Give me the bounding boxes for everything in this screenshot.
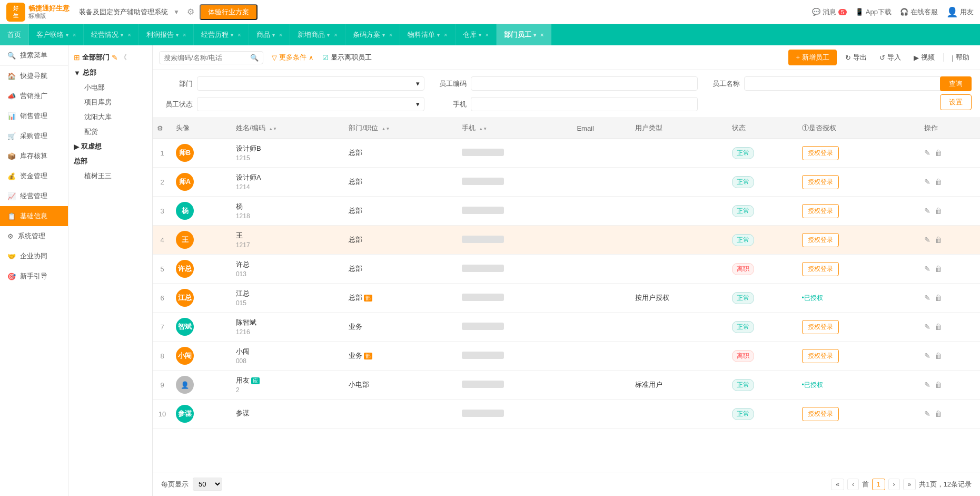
delete-icon[interactable]: 🗑 bbox=[935, 236, 942, 244]
delete-icon[interactable]: 🗑 bbox=[935, 381, 942, 389]
tab-history[interactable]: 经营历程▾× bbox=[194, 24, 249, 45]
phone-input[interactable] bbox=[471, 97, 698, 111]
export-button[interactable]: ↻ 导出 bbox=[841, 51, 871, 64]
app-download-button[interactable]: 📱 App下载 bbox=[855, 7, 892, 17]
sidebar-item-guide[interactable]: 🎯 新手引导 bbox=[0, 266, 68, 286]
close-icon[interactable]: × bbox=[183, 32, 186, 38]
tab-barcode[interactable]: 条码方案▾× bbox=[345, 24, 400, 45]
delete-icon[interactable]: 🗑 bbox=[935, 265, 942, 273]
prev-page-button[interactable]: ‹ bbox=[847, 479, 859, 490]
close-icon[interactable]: × bbox=[540, 32, 543, 38]
edit-icon[interactable]: ✎ bbox=[924, 352, 930, 360]
tree-node-peihuo[interactable]: 配货 bbox=[68, 124, 152, 139]
edit-icon[interactable]: ✎ bbox=[924, 236, 930, 244]
delete-icon[interactable]: 🗑 bbox=[935, 207, 942, 215]
edit-icon[interactable]: ✎ bbox=[924, 294, 930, 302]
tree-node-project[interactable]: 项目库房 bbox=[68, 95, 152, 110]
last-page-button[interactable]: » bbox=[903, 479, 916, 490]
employee-name-input[interactable] bbox=[744, 76, 972, 91]
sidebar-item-inventory[interactable]: 📦 库存核算 bbox=[0, 146, 68, 166]
col-phone[interactable]: 手机 ▲▼ bbox=[458, 118, 573, 139]
edit-icon[interactable]: ✎ bbox=[924, 178, 930, 186]
close-icon[interactable]: × bbox=[127, 32, 131, 38]
tab-profit[interactable]: 利润报告▾× bbox=[139, 24, 194, 45]
more-filter-button[interactable]: ▽ 更多条件 ∧ bbox=[268, 51, 318, 64]
query-button[interactable]: 查询 bbox=[940, 76, 972, 91]
tree-node-xiaodian[interactable]: 小电部 bbox=[68, 80, 152, 95]
edit-icon[interactable]: ✎ bbox=[924, 323, 930, 331]
status-select[interactable]: ▾ bbox=[197, 97, 424, 111]
close-icon[interactable]: × bbox=[73, 32, 76, 38]
tab-warehouse[interactable]: 仓库▾× bbox=[456, 24, 497, 45]
employee-code-input[interactable] bbox=[471, 76, 698, 91]
delete-icon[interactable]: 🗑 bbox=[935, 294, 942, 302]
tree-node-zongbu[interactable]: ▼ 总部 bbox=[68, 65, 152, 80]
auth-button[interactable]: 授权登录 bbox=[802, 262, 839, 276]
edit-icon[interactable]: ✎ bbox=[924, 410, 930, 418]
tab-customer[interactable]: 客户联络▾× bbox=[29, 24, 84, 45]
dropdown-arrow-icon[interactable]: ▼ bbox=[173, 8, 180, 16]
delete-icon[interactable]: 🗑 bbox=[935, 149, 942, 157]
col-settings[interactable]: ⚙ bbox=[153, 118, 172, 139]
show-resigned-checkbox[interactable]: ☑ 显示离职员工 bbox=[322, 53, 372, 62]
tree-node-plant[interactable]: 植树王三 bbox=[68, 169, 152, 183]
sidebar-item-mgmt[interactable]: 📈 经营管理 bbox=[0, 186, 68, 206]
auth-button[interactable]: 授权登录 bbox=[802, 175, 839, 189]
edit-icon[interactable]: ✎ bbox=[924, 149, 930, 157]
sidebar-item-purchase[interactable]: 🛒 采购管理 bbox=[0, 126, 68, 146]
close-icon[interactable]: × bbox=[486, 32, 489, 38]
user-menu[interactable]: 👤 用友 bbox=[946, 6, 974, 18]
collapse-icon[interactable]: 《 bbox=[120, 53, 127, 62]
auth-button[interactable]: 授权登录 bbox=[802, 349, 839, 363]
col-name[interactable]: 姓名/编码 ▲▼ bbox=[232, 118, 344, 139]
auth-button[interactable]: 授权登录 bbox=[802, 233, 839, 247]
auth-button[interactable]: 授权登录 bbox=[802, 320, 839, 334]
current-page[interactable]: 1 bbox=[872, 479, 885, 490]
message-button[interactable]: 💬 消息 5 bbox=[812, 7, 847, 17]
try-plan-button[interactable]: 体验行业方案 bbox=[200, 4, 258, 20]
auth-button[interactable]: 授权登录 bbox=[802, 146, 839, 160]
per-page-select[interactable]: 50 100 200 bbox=[193, 478, 222, 491]
tab-new-goods[interactable]: 新增商品▾× bbox=[290, 24, 345, 45]
sidebar-item-finance[interactable]: 💰 资金管理 bbox=[0, 166, 68, 186]
sidebar-item-quicknav[interactable]: 🏠 快捷导航 bbox=[0, 66, 68, 86]
sidebar-item-basic[interactable]: 📋 基础信息 bbox=[0, 206, 68, 226]
col-dept[interactable]: 部门/职位 ▲▼ bbox=[344, 118, 457, 139]
tab-home[interactable]: 首页 bbox=[0, 24, 29, 45]
close-icon[interactable]: × bbox=[334, 32, 337, 38]
delete-icon[interactable]: 🗑 bbox=[935, 410, 942, 418]
tab-employees[interactable]: 部门员工▾× bbox=[497, 24, 551, 45]
sidebar-item-collab[interactable]: 🤝 企业协同 bbox=[0, 246, 68, 266]
close-icon[interactable]: × bbox=[237, 32, 241, 38]
auth-button[interactable]: 授权登录 bbox=[802, 204, 839, 218]
edit-dept-icon[interactable]: ✎ bbox=[112, 53, 118, 62]
next-page-button[interactable]: › bbox=[888, 479, 900, 490]
tab-goods[interactable]: 商品▾× bbox=[249, 24, 290, 45]
delete-icon[interactable]: 🗑 bbox=[935, 323, 942, 331]
search-input[interactable] bbox=[164, 54, 248, 62]
edit-icon[interactable]: ✎ bbox=[924, 265, 930, 273]
import-button[interactable]: ↺ 导入 bbox=[875, 51, 905, 64]
sidebar-item-marketing[interactable]: 📣 营销推广 bbox=[0, 86, 68, 106]
close-icon[interactable]: × bbox=[279, 32, 282, 38]
sidebar-item-search[interactable]: 🔍 搜索菜单 bbox=[0, 45, 68, 66]
delete-icon[interactable]: 🗑 bbox=[935, 178, 942, 186]
tree-node-shenyang[interactable]: 沈阳大库 bbox=[68, 110, 152, 124]
tree-node-shuangxu[interactable]: ▶ 双虚想 bbox=[68, 139, 152, 154]
auth-button[interactable]: 授权登录 bbox=[802, 407, 839, 421]
tree-node-zongbu2[interactable]: 总部 bbox=[68, 154, 152, 169]
tab-bom[interactable]: 物料清单▾× bbox=[400, 24, 455, 45]
close-icon[interactable]: × bbox=[444, 32, 447, 38]
tab-operation[interactable]: 经营情况▾× bbox=[84, 24, 138, 45]
close-icon[interactable]: × bbox=[389, 32, 392, 38]
search-box[interactable]: 🔍 bbox=[159, 51, 263, 64]
first-page-button[interactable]: « bbox=[831, 479, 844, 490]
settings-icon[interactable]: ⚙ bbox=[157, 124, 163, 132]
add-employee-button[interactable]: + 新增员工 bbox=[788, 50, 836, 65]
edit-icon[interactable]: ✎ bbox=[924, 381, 930, 389]
sidebar-item-system[interactable]: ⚙ 系统管理 bbox=[0, 226, 68, 246]
sidebar-item-sales[interactable]: 📊 销售管理 bbox=[0, 106, 68, 126]
view-button[interactable]: ▶ 视频 bbox=[909, 51, 939, 64]
edit-icon[interactable]: ✎ bbox=[924, 207, 930, 215]
reset-button[interactable]: 设置 bbox=[940, 94, 972, 110]
